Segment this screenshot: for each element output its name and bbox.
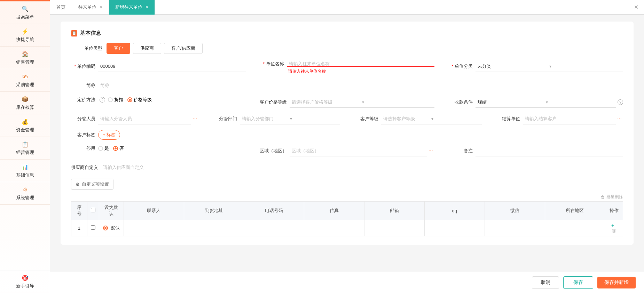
remark-input[interactable] xyxy=(476,145,623,156)
pricing-level-label: 价格等级 xyxy=(134,97,152,103)
save-and-new-button[interactable]: 保存并新增 xyxy=(597,277,636,288)
sidebar-item-label: 采购管理 xyxy=(16,82,34,88)
operations-icon: 📋 xyxy=(21,140,29,148)
col-default: 设为默认 xyxy=(99,202,124,220)
sidebar-item-sysmgmt[interactable]: ⚙ 系统管理 xyxy=(0,182,50,205)
settlement-unit-input[interactable] xyxy=(523,113,616,124)
sidebar-item-quicknav[interactable]: ⚡ 快捷导航 xyxy=(0,24,50,47)
department-field: 分管部门 请输入分管部门 ▾ xyxy=(213,113,340,124)
settlement-unit-label: 结算单位 xyxy=(496,116,520,122)
radio-yes-circle xyxy=(98,146,103,151)
remark-label: 备注 xyxy=(448,148,473,154)
customer-level-field: 客户等级 请选择客户等级 ▾ xyxy=(354,113,482,124)
payment-terms-select[interactable]: 现结 ▾ xyxy=(476,97,616,108)
wechat-input[interactable] xyxy=(488,226,541,231)
tab-bar: 首页 往来单位 ✕ 新增往来单位 ✕ ✕ xyxy=(50,0,644,15)
unit-category-select[interactable]: 未分类 ▾ xyxy=(476,61,623,72)
payment-help-icon[interactable]: ? xyxy=(618,99,623,105)
department-placeholder: 请输入分管部门 xyxy=(242,116,290,122)
sidebar-item-label: 系统管理 xyxy=(16,195,34,201)
row-contact[interactable] xyxy=(124,220,184,236)
row-checkbox-cell xyxy=(87,220,99,236)
delete-row-button[interactable]: 🗑 xyxy=(612,228,616,233)
fax-input[interactable] xyxy=(308,226,361,231)
supervisor-dots-button[interactable]: ··· xyxy=(191,116,198,122)
default-radio-circle xyxy=(103,226,108,230)
customer-price-field: 客户价格等级 请选择客户价格等级 ▾ xyxy=(260,97,434,108)
pricing-method-label: 定价方法 xyxy=(71,97,95,103)
row-region-input[interactable] xyxy=(549,226,602,231)
finance-icon: 💰 xyxy=(21,118,29,125)
sidebar-item-label: 资金管理 xyxy=(16,127,34,133)
row-fax[interactable] xyxy=(304,220,364,236)
pricing-radio-level[interactable]: 价格等级 xyxy=(127,97,152,103)
sidebar-item-finance[interactable]: 💰 资金管理 xyxy=(0,114,50,137)
customer-tags-label: 客户标签 xyxy=(71,132,95,138)
unit-code-input[interactable]: 000009 xyxy=(98,61,246,72)
supplier-custom-input[interactable] xyxy=(101,162,210,173)
disabled-radio-yes[interactable]: 是 xyxy=(98,145,109,152)
settlement-dots-button[interactable]: ··· xyxy=(616,116,623,122)
form-row-1: 单位编码 000009 单位名称 请输入往来单位名称 xyxy=(71,61,623,74)
sidebar-item-inventory[interactable]: 📦 库存核算 xyxy=(0,92,50,114)
row-address[interactable] xyxy=(184,220,244,236)
sidebar-item-operations[interactable]: 📋 经营管理 xyxy=(0,137,50,160)
row-phone[interactable] xyxy=(244,220,304,236)
row-wechat[interactable] xyxy=(485,220,545,236)
row-email[interactable] xyxy=(364,220,425,236)
sidebar-item-label: 销售管理 xyxy=(16,59,34,65)
unit-btn-both[interactable]: 客户/供应商 xyxy=(164,43,203,54)
form-row-4: 分管人员 ··· 分管部门 请输入分管部门 ▾ 客户等级 请选择客户等级 xyxy=(71,113,623,124)
customer-price-placeholder: 请选择客户价格等级 xyxy=(292,99,362,105)
tab-partner-list-close[interactable]: ✕ xyxy=(99,5,102,9)
contact-input[interactable] xyxy=(127,226,180,231)
phone-input[interactable] xyxy=(248,226,300,231)
supervisor-input[interactable] xyxy=(98,113,191,124)
save-button[interactable]: 保存 xyxy=(563,276,593,289)
tab-add-partner-close[interactable]: ✕ xyxy=(145,5,148,9)
row-index: 1 xyxy=(71,220,87,236)
sidebar-item-newguide[interactable]: 🎯 新手引导 xyxy=(0,270,50,293)
col-wechat: 微信 xyxy=(485,202,545,220)
tab-home[interactable]: 首页 xyxy=(50,0,72,15)
region-label: 区域（地区） xyxy=(260,148,287,154)
default-radio[interactable]: 默认 xyxy=(103,225,120,231)
sidebar-item-search[interactable]: 🔍 搜索菜单 xyxy=(0,1,50,24)
row-region[interactable] xyxy=(545,220,605,236)
unit-btn-customer[interactable]: 客户 xyxy=(107,43,130,54)
batch-delete-label[interactable]: 批量删除 xyxy=(606,194,623,200)
custom-settings-label: 自定义项设置 xyxy=(82,181,109,187)
add-row-button[interactable]: + xyxy=(611,223,614,228)
unit-btn-supplier[interactable]: 供应商 xyxy=(133,43,161,54)
form-row-5: 客户标签 + 标签 xyxy=(71,130,623,140)
sidebar-item-purchase[interactable]: 🛍 采购管理 xyxy=(0,69,50,92)
row-qq[interactable] xyxy=(424,220,485,236)
chevron-down-icon-3: ▾ xyxy=(546,100,614,105)
department-select[interactable]: 请输入分管部门 ▾ xyxy=(240,113,340,124)
pricing-radio-discount[interactable]: 折扣 xyxy=(108,97,123,103)
region-dots-button[interactable]: ··· xyxy=(427,148,434,154)
short-name-input[interactable] xyxy=(98,80,250,91)
disabled-radio-no[interactable]: 否 xyxy=(113,145,124,152)
cancel-button[interactable]: 取消 xyxy=(532,276,559,289)
select-all-checkbox[interactable] xyxy=(91,208,95,212)
row-checkbox[interactable] xyxy=(91,225,95,230)
sidebar-item-sales[interactable]: 🏠 销售管理 xyxy=(0,47,50,69)
unit-name-input[interactable] xyxy=(287,61,434,67)
add-tag-label: + 标签 xyxy=(103,132,116,138)
customer-level-select[interactable]: 请选择客户等级 ▾ xyxy=(381,113,482,124)
window-close-button[interactable]: ✕ xyxy=(628,4,644,10)
add-tag-button[interactable]: + 标签 xyxy=(98,130,120,140)
qq-input[interactable] xyxy=(428,226,481,231)
tab-partner-list[interactable]: 往来单位 ✕ xyxy=(72,0,109,15)
unit-category-value: 未分类 xyxy=(478,63,549,70)
customer-price-select[interactable]: 请选择客户价格等级 ▾ xyxy=(290,97,434,108)
sidebar-item-basicinfo[interactable]: 📊 基础信息 xyxy=(0,160,50,182)
address-input[interactable] xyxy=(188,226,241,231)
region-input[interactable] xyxy=(290,145,427,156)
tab-add-partner[interactable]: 新增往来单位 ✕ xyxy=(109,0,155,15)
pricing-help-icon[interactable]: ? xyxy=(100,97,105,103)
custom-settings-button[interactable]: ⚙ 自定义项设置 xyxy=(71,179,113,190)
col-checkbox xyxy=(87,202,99,220)
email-input[interactable] xyxy=(368,226,421,231)
